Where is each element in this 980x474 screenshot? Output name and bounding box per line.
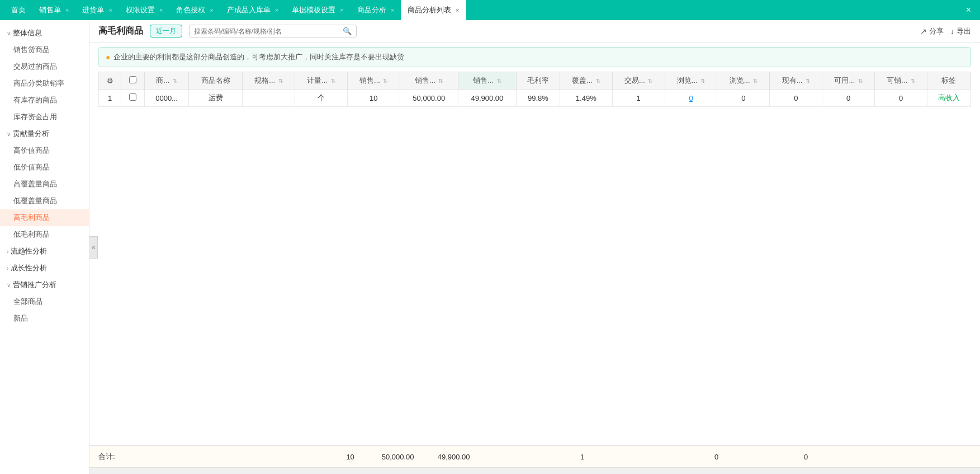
sidebar-group-marketing[interactable]: ∨ 营销推广分析 <box>0 276 89 293</box>
col-sales2[interactable]: 销售... ⇅ <box>400 72 458 90</box>
cell-browse2: 0 <box>717 90 770 107</box>
cell-browse1[interactable]: 0 <box>665 90 717 107</box>
col-checkbox <box>121 72 145 90</box>
col-coverage[interactable]: 覆盖... ⇅ <box>560 72 612 90</box>
col-spec-sort: ⇅ <box>278 78 283 84</box>
search-box: 🔍 <box>189 25 357 37</box>
top-nav: 首页 销售单 × 进货单 × 权限设置 × 角色授权 × 产成品入库单 × 单据… <box>0 0 980 20</box>
cell-sales1: 10 <box>347 90 400 107</box>
col-sales2-sort: ⇅ <box>438 78 443 84</box>
cell-unit: 个 <box>295 90 347 107</box>
settings-icon[interactable]: ⚙ <box>107 77 113 85</box>
col-sales3[interactable]: 销售... ⇅ <box>458 72 516 90</box>
total-label: 合计: <box>98 452 115 462</box>
footer-stock-sale: 0 <box>784 453 828 461</box>
search-icon[interactable]: 🔍 <box>343 27 352 35</box>
growth-arrow: › <box>7 265 8 271</box>
cell-sales2: 50,000.00 <box>400 90 458 107</box>
sidebar-item-stock-capital[interactable]: 库存资金占用 <box>0 109 89 125</box>
select-all-checkbox[interactable] <box>129 76 136 83</box>
col-stock-avail[interactable]: 可用... ⇅ <box>822 72 875 90</box>
content-area: « 高毛利商品 近一月 🔍 ↗ 分享 ↓ 导出 <box>89 20 980 474</box>
cell-stock-avail: 0 <box>822 90 875 107</box>
col-transaction[interactable]: 交易... ⇅ <box>612 72 665 90</box>
sidebar-group-trend[interactable]: › 流趋性分析 <box>0 243 89 260</box>
nav-product-analysis[interactable]: 商品分析 × <box>351 0 401 20</box>
cell-name: 运费 <box>189 90 243 107</box>
sidebar-item-high-margin[interactable]: 高毛利商品 <box>0 209 89 226</box>
nav-product-inbound-close[interactable]: × <box>275 7 278 13</box>
col-browse1[interactable]: 浏览... ⇅ <box>665 72 717 90</box>
table-wrapper: ⚙ 商... ⇅ 商品名称 规格... <box>89 72 980 445</box>
sidebar-item-low-coverage[interactable]: 低覆盖量商品 <box>0 193 89 209</box>
sidebar-item-low-margin[interactable]: 低毛利商品 <box>0 226 89 243</box>
cell-transaction: 1 <box>612 90 665 107</box>
cell-checkbox[interactable] <box>121 90 145 107</box>
row-checkbox[interactable] <box>129 93 136 101</box>
cell-seq: 1 <box>99 90 121 107</box>
content-header: 高毛利商品 近一月 🔍 ↗ 分享 ↓ 导出 <box>89 20 980 43</box>
cell-tag: 高收入 <box>927 90 970 107</box>
nav-role-close[interactable]: × <box>210 7 213 13</box>
table-row: 1 0000... 运费 个 10 50,000.00 49,900.00 99… <box>99 90 971 107</box>
col-transaction-sort: ⇅ <box>648 78 652 84</box>
col-sales1-sort: ⇅ <box>383 78 387 84</box>
nav-sales[interactable]: 销售单 × <box>32 0 75 20</box>
col-code[interactable]: 商... ⇅ <box>145 72 189 90</box>
share-btn[interactable]: ↗ 分享 <box>920 26 944 36</box>
export-btn[interactable]: ↓ 导出 <box>950 26 971 36</box>
footer-stock-cur: 0 <box>694 453 739 461</box>
contribution-arrow: ∨ <box>7 131 11 137</box>
info-banner: ● 企业的主要的利润都是这部分商品创造的，可考虑加大推广，同时关注库存是不要出现… <box>98 47 971 67</box>
col-coverage-sort: ⇅ <box>596 78 600 84</box>
nav-close-all[interactable]: × <box>962 5 976 15</box>
filter-recent-month[interactable]: 近一月 <box>150 25 182 37</box>
footer-bar: 合计: 10 50,000.00 49,900.00 1 0 0 <box>89 445 980 467</box>
col-unit[interactable]: 计量... ⇅ <box>295 72 347 90</box>
nav-product-analysis-close[interactable]: × <box>391 7 394 13</box>
nav-permission-close[interactable]: × <box>159 7 163 13</box>
nav-home[interactable]: 首页 <box>4 0 32 20</box>
col-browse2[interactable]: 浏览... ⇅ <box>717 72 770 90</box>
sidebar: ∨ 整体信息 销售货商品 交易过的商品 商品分类助销率 有库存的商品 库存资金占… <box>0 20 89 474</box>
nav-product-analysis-list[interactable]: 商品分析列表 × <box>401 0 466 20</box>
search-input[interactable] <box>194 27 339 35</box>
sidebar-item-new-goods[interactable]: 新品 <box>0 310 89 327</box>
sidebar-group-overall[interactable]: ∨ 整体信息 <box>0 25 89 41</box>
nav-permission[interactable]: 权限设置 × <box>119 0 169 20</box>
nav-template[interactable]: 单据模板设置 × <box>285 0 350 20</box>
cell-spec <box>243 90 295 107</box>
nav-product-inbound[interactable]: 产成品入库单 × <box>220 0 285 20</box>
col-spec[interactable]: 规格... ⇅ <box>243 72 295 90</box>
table-header-row: ⚙ 商... ⇅ 商品名称 规格... <box>99 72 971 90</box>
horizontal-scrollbar[interactable] <box>89 467 980 474</box>
sidebar-collapse-btn[interactable]: « <box>89 236 98 259</box>
nav-role[interactable]: 角色授权 × <box>169 0 220 20</box>
sidebar-group-growth[interactable]: › 成长性分析 <box>0 260 89 276</box>
sidebar-group-contribution[interactable]: ∨ 贡献量分析 <box>0 125 89 142</box>
col-seq: ⚙ <box>99 72 121 90</box>
nav-template-close[interactable]: × <box>340 7 343 13</box>
nav-sales-close[interactable]: × <box>65 7 69 13</box>
sidebar-item-all-goods[interactable]: 全部商品 <box>0 293 89 310</box>
footer-sales3: 49,900.00 <box>426 453 482 461</box>
col-stock-cur[interactable]: 现有... ⇅ <box>770 72 822 90</box>
sidebar-item-stocked-goods[interactable]: 有库存的商品 <box>0 92 89 109</box>
sidebar-item-sales-goods[interactable]: 销售货商品 <box>0 41 89 58</box>
col-sales1[interactable]: 销售... ⇅ <box>347 72 400 90</box>
overall-arrow: ∨ <box>7 30 11 36</box>
sidebar-item-category-rate[interactable]: 商品分类助销率 <box>0 75 89 92</box>
cell-code: 0000... <box>145 90 189 107</box>
col-stock-cur-sort: ⇅ <box>806 78 810 84</box>
col-stock-sale-sort: ⇅ <box>911 78 915 84</box>
sidebar-item-low-value[interactable]: 低价值商品 <box>0 159 89 176</box>
cell-stock-sale: 0 <box>875 90 927 107</box>
nav-purchase-close[interactable]: × <box>108 7 112 13</box>
col-code-sort: ⇅ <box>173 78 177 84</box>
sidebar-item-high-value[interactable]: 高价值商品 <box>0 142 89 159</box>
sidebar-item-traded-goods[interactable]: 交易过的商品 <box>0 58 89 75</box>
col-stock-sale[interactable]: 可销... ⇅ <box>875 72 927 90</box>
nav-purchase[interactable]: 进货单 × <box>75 0 119 20</box>
sidebar-item-high-coverage[interactable]: 高覆盖量商品 <box>0 176 89 193</box>
nav-product-analysis-list-close[interactable]: × <box>456 7 459 13</box>
